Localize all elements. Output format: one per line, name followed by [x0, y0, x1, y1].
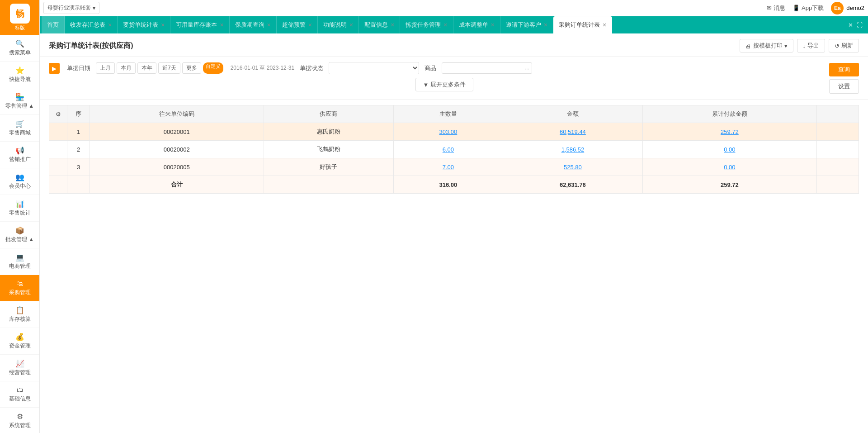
cell-qty-2[interactable]: 7.00: [394, 158, 503, 176]
goods-input[interactable]: [442, 62, 532, 74]
tab-label-config: 配置信息: [364, 21, 388, 29]
tab-close-inventory[interactable]: ×: [220, 21, 223, 29]
sidebar-item-system[interactable]: ⚙系统管理: [0, 408, 39, 433]
sidebar-label-basic: 基础信息: [9, 395, 31, 403]
tab-inventory[interactable]: 可用量库存账本×: [170, 16, 229, 33]
tab-close-help[interactable]: ×: [349, 21, 353, 29]
btn-last-month[interactable]: 上月: [96, 62, 115, 74]
tab-label-overstock: 超储预警: [282, 21, 306, 29]
retail-icon: 🏪: [15, 93, 24, 101]
tab-help[interactable]: 功能说明×: [318, 16, 359, 33]
sidebar-item-member[interactable]: 👥会员中心: [0, 168, 39, 195]
sidebar-item-search[interactable]: 🔍搜索菜单: [0, 35, 39, 62]
tab-collect[interactable]: 收发存汇总表×: [65, 16, 118, 33]
sidebar-item-ecommerce[interactable]: 💻电商管理: [0, 248, 39, 275]
tab-close-config[interactable]: ×: [391, 21, 394, 29]
cell-amount-0[interactable]: 60,519.44: [503, 123, 642, 141]
tab-config[interactable]: 配置信息×: [359, 16, 400, 33]
tab-overstock[interactable]: 超储预警×: [277, 16, 318, 33]
sidebar-label-wholesale: 批发管理 ▲: [5, 236, 34, 243]
sidebar-item-wholesale[interactable]: 📦批发管理 ▲: [0, 222, 39, 248]
refresh-button[interactable]: ↺ 刷新: [829, 39, 859, 52]
tab-close-expiry[interactable]: ×: [267, 21, 271, 29]
query-button[interactable]: 查询: [829, 63, 859, 76]
footer-qty-cell: 316.00: [394, 176, 503, 194]
export-button[interactable]: ↓ 导出: [797, 39, 826, 52]
cell-settings-0: [49, 123, 67, 141]
btn-this-year[interactable]: 本年: [137, 62, 156, 74]
inventory_mgmt-icon: 📋: [15, 306, 24, 314]
logo-icon: 畅: [10, 4, 30, 24]
tab-close-require[interactable]: ×: [161, 21, 165, 29]
sidebar-item-basic[interactable]: 🗂基础信息: [0, 381, 39, 408]
status-select[interactable]: [329, 62, 419, 74]
message-btn[interactable]: ✉ 消息: [767, 4, 785, 12]
sidebar: 畅 标版 🔍搜索菜单⭐快捷导航🏪零售管理 ▲🛒零售商城📢营销推广👥会员中心📊零售…: [0, 0, 40, 433]
table-row[interactable]: 1 00020001 惠氏奶粉 303.00 60,519.44 259.72: [49, 123, 859, 141]
cell-paid-2[interactable]: 0.00: [643, 158, 817, 176]
btn-more-date[interactable]: 更多: [182, 62, 201, 74]
sidebar-item-shortcut[interactable]: ⭐快捷导航: [0, 62, 39, 88]
cell-paid-0[interactable]: 259.72: [643, 123, 817, 141]
tab-label-require: 要货单统计表: [123, 21, 158, 29]
cell-supplier-2: 好孩子: [264, 158, 393, 176]
purchase-stat-table: ⚙ 序 往来单位编码 供应商 主数量 金额 累计付款金额 1 00020001 …: [49, 105, 859, 194]
settings-icon[interactable]: ⚙: [56, 111, 61, 118]
basic-icon: 🗂: [16, 386, 24, 394]
sidebar-label-system: 系统管理: [9, 422, 31, 429]
tab-invite[interactable]: 邀请下游客户×: [500, 16, 553, 33]
tab-close-overstock[interactable]: ×: [308, 21, 312, 29]
restore-icon[interactable]: ⛶: [857, 22, 863, 29]
sidebar-item-marketing[interactable]: 📢营销推广: [0, 142, 39, 168]
cell-code-2: 00020005: [90, 158, 264, 176]
tab-close-pick[interactable]: ×: [443, 21, 447, 29]
close-all-icon[interactable]: ✕: [848, 22, 853, 29]
tab-cost[interactable]: 成本调整单×: [453, 16, 500, 33]
cell-qty-0[interactable]: 303.00: [394, 123, 503, 141]
sidebar-item-retail[interactable]: 🏪零售管理 ▲: [0, 88, 39, 115]
tab-close-purchase_stat[interactable]: ×: [603, 21, 606, 29]
cell-extra-2: [816, 158, 859, 176]
sidebar-item-inventory_mgmt[interactable]: 📋库存核算: [0, 301, 39, 328]
tab-purchase_stat[interactable]: 采购订单统计表×: [553, 16, 612, 33]
table-row[interactable]: 3 00020005 好孩子 7.00 525.80 0.00: [49, 158, 859, 176]
tab-expiry[interactable]: 保质期查询×: [230, 16, 277, 33]
filter-toggle-btn[interactable]: ▶: [49, 63, 60, 74]
tab-require[interactable]: 要货单统计表×: [118, 16, 170, 33]
sidebar-item-finance[interactable]: 💰资金管理: [0, 328, 39, 355]
sidebar-item-operation[interactable]: 📈经营管理: [0, 355, 39, 381]
table-row[interactable]: 2 00020002 飞鹤奶粉 6.00 1,586.52 0.00: [49, 141, 859, 158]
cell-extra-1: [816, 141, 859, 158]
footer-supplier-cell: [264, 176, 393, 194]
tab-pick[interactable]: 拣货任务管理×: [400, 16, 453, 33]
expand-more-btn[interactable]: ▼ 展开更多条件: [415, 78, 474, 91]
tab-close-collect[interactable]: ×: [108, 21, 112, 29]
cell-amount-2[interactable]: 525.80: [503, 158, 642, 176]
sidebar-item-purchase[interactable]: 🛍采购管理: [0, 275, 39, 301]
th-empty: [816, 105, 859, 123]
sidebar-item-retail_stat[interactable]: 📊零售统计: [0, 195, 39, 222]
account-dropdown[interactable]: 母婴行业演示账套 ▾: [43, 2, 99, 14]
goods-more-icon[interactable]: ···: [524, 65, 529, 71]
user-menu[interactable]: Ea demo2: [831, 2, 864, 14]
print-button[interactable]: 🖨 按模板打印 ▾: [740, 39, 793, 52]
btn-7days[interactable]: 近7天: [158, 62, 180, 74]
cell-qty-1[interactable]: 6.00: [394, 141, 503, 158]
cell-code-0: 00020001: [90, 123, 264, 141]
custom-date-badge[interactable]: 自定义: [203, 62, 223, 74]
logo[interactable]: 畅 标版: [0, 0, 39, 35]
date-quick-btns: 上月 本月 本年 近7天 更多 自定义: [96, 62, 223, 74]
sidebar-item-retail_shop[interactable]: 🛒零售商城: [0, 115, 39, 142]
sidebar-label-operation: 经营管理: [9, 369, 31, 376]
cell-paid-1[interactable]: 0.00: [643, 141, 817, 158]
wholesale-icon: 📦: [15, 226, 24, 235]
footer-amount-cell: 62,631.76: [503, 176, 642, 194]
settings-button[interactable]: 设置: [829, 79, 859, 94]
btn-this-month[interactable]: 本月: [117, 62, 136, 74]
main-content: 母婴行业演示账套 ▾ ✉ 消息 📱 App下载 Ea demo2 首页收发存汇总…: [40, 0, 868, 433]
tab-close-cost[interactable]: ×: [491, 21, 495, 29]
tab-home[interactable]: 首页: [42, 16, 65, 33]
app-download-btn[interactable]: 📱 App下载: [793, 4, 824, 12]
tab-close-invite[interactable]: ×: [544, 21, 547, 29]
cell-amount-1[interactable]: 1,586.52: [503, 141, 642, 158]
